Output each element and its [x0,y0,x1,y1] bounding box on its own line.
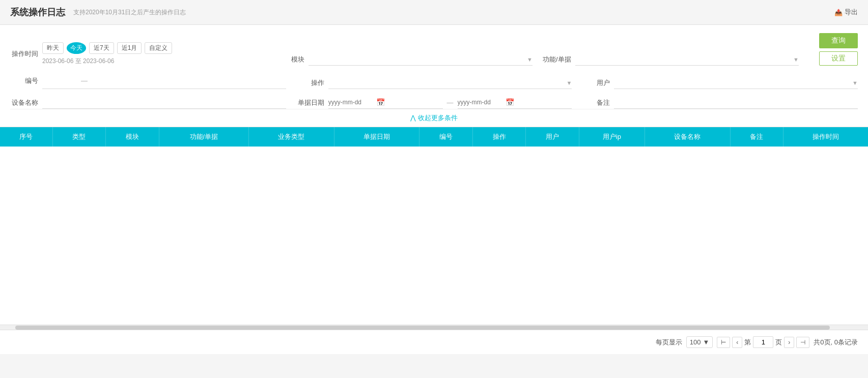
page-suffix: 页 [775,338,782,347]
table-section: 序号类型模块功能/单据业务类型单据日期编号操作用户用户ip设备名称备注操作时间 [0,127,868,325]
data-table: 序号类型模块功能/单据业务类型单据日期编号操作用户用户ip设备名称备注操作时间 [0,127,868,147]
shortcut-7days[interactable]: 近7天 [89,42,114,54]
operation-select[interactable]: ▼ [328,77,572,89]
number-filter: 编号 — [10,73,286,89]
operation-time-label: 操作时间 [10,49,38,59]
collapse-bar[interactable]: ⋀ 收起更多条件 [10,109,858,127]
module-chevron-icon: ▼ [527,56,533,63]
document-date-filter: 单据日期 📅 — 📅 [296,96,572,109]
number-label: 编号 [10,76,38,85]
pagination-nav: ⊢ ‹ 第 页 › ⊣ [717,336,809,348]
calendar-start-icon[interactable]: 📅 [376,98,385,106]
module-label: 模块 [276,55,304,64]
table-column-操作时间: 操作时间 [783,127,868,147]
export-icon: 📤 [834,9,843,16]
document-date-label: 单据日期 [296,98,324,107]
table-column-用户ip: 用户ip [579,127,645,147]
operation-input[interactable] [328,79,565,86]
page-size-label: 每页显示 [656,338,682,347]
shortcut-custom[interactable]: 自定义 [145,42,172,54]
function-chevron-icon: ▼ [793,56,799,63]
device-name-label: 设备名称 [10,98,38,107]
shortcut-yesterday[interactable]: 昨天 [42,42,64,54]
collapse-label: 收起更多条件 [418,114,458,122]
table-column-编号: 编号 [419,127,472,147]
device-name-filter: 设备名称 [10,97,286,109]
query-button[interactable]: 查询 [819,33,858,48]
page-header: 系统操作日志 支持2020年10月31日之后产生的操作日志 📤 导出 [0,0,868,25]
table-column-功能/单据: 功能/单据 [159,127,248,147]
last-page-button[interactable]: ⊣ [796,337,809,348]
device-name-input-wrapper [42,97,286,109]
table-column-操作: 操作 [472,127,525,147]
operation-time-filter: 操作时间 昨天 今天 近7天 近1月 自定义 2023-06-06 至 2023… [10,42,266,66]
remark-input[interactable] [614,99,858,106]
page-title: 系统操作日志 [10,6,65,18]
doc-date-dash: — [447,99,454,106]
function-input[interactable] [575,55,791,63]
remark-label: 备注 [582,98,610,107]
table-column-业务类型: 业务类型 [249,127,334,147]
table-column-类型: 类型 [52,127,105,147]
current-page-label: 第 [744,338,751,347]
table-column-设备名称: 设备名称 [645,127,730,147]
number-start-input[interactable] [42,75,78,86]
settings-button[interactable]: 设置 [819,51,858,66]
table-column-序号: 序号 [0,127,52,147]
calendar-end-icon[interactable]: 📅 [506,98,514,106]
device-name-input[interactable] [42,99,286,106]
page-subtitle: 支持2020年10月31日之后产生的操作日志 [73,8,186,17]
module-select[interactable]: ▼ [309,53,533,66]
next-page-button[interactable]: › [784,337,794,348]
user-filter: 用户 ▼ [582,77,858,89]
page-size-value: 100 [690,338,701,346]
table-column-模块: 模块 [106,127,159,147]
filter-section: 操作时间 昨天 今天 近7天 近1月 自定义 2023-06-06 至 2023… [0,25,868,127]
doc-date-end-input[interactable] [458,99,503,106]
function-filter: 功能/单据 ▼ [543,53,799,66]
prev-page-button[interactable]: ‹ [732,337,742,348]
table-header: 序号类型模块功能/单据业务类型单据日期编号操作用户用户ip设备名称备注操作时间 [0,127,868,147]
table-column-单据日期: 单据日期 [334,127,419,147]
operation-filter: 操作 ▼ [296,77,572,89]
total-label: 共0页, 0条记录 [814,338,858,347]
user-input[interactable] [614,79,850,86]
function-label: 功能/单据 [543,55,571,64]
scrollbar-area[interactable] [0,325,868,330]
user-select[interactable]: ▼ [614,77,858,89]
export-button[interactable]: 📤 导出 [834,8,858,17]
remark-filter: 备注 [582,97,858,109]
module-input[interactable] [309,55,525,63]
page-size-select[interactable]: 100 ▼ [686,336,713,348]
empty-area [0,147,868,325]
date-range-text: 2023-06-06 至 2023-06-06 [42,57,172,66]
function-select[interactable]: ▼ [575,53,799,66]
pagination-bar: 每页显示 100 ▼ ⊢ ‹ 第 页 › ⊣ 共0页, 0条记录 [0,330,868,354]
number-dash: — [81,77,88,84]
first-page-button[interactable]: ⊢ [717,337,730,348]
page-size-chevron-icon: ▼ [703,338,709,346]
action-buttons: 查询 设置 [809,33,858,66]
remark-input-wrapper [614,97,858,109]
table-column-备注: 备注 [730,127,783,147]
user-chevron-icon: ▼ [852,80,858,86]
collapse-chevron-icon: ⋀ [410,114,416,122]
shortcut-1month[interactable]: 近1月 [117,42,142,54]
operation-label: 操作 [296,78,324,88]
scrollbar-thumb[interactable] [15,326,830,330]
doc-date-start-input[interactable] [328,99,374,106]
user-label: 用户 [582,78,610,88]
module-filter: 模块 ▼ [276,53,533,66]
number-end-input[interactable] [91,75,126,86]
shortcut-today[interactable]: 今天 [67,42,86,54]
operation-chevron-icon: ▼ [566,80,572,86]
table-column-用户: 用户 [526,127,579,147]
page-number-input[interactable] [753,336,773,348]
